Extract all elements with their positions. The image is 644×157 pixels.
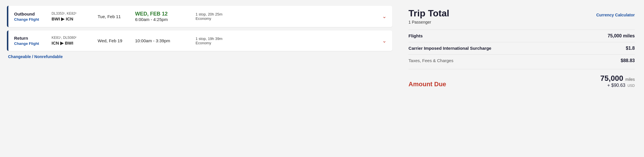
outbound-chevron-icon[interactable]: ⌄: [382, 13, 387, 20]
changeable-note: Changeable / Nonrefundable: [7, 54, 392, 59]
passenger-count: 1 Passenger: [408, 20, 635, 24]
trip-total-header: Trip Total Currency Calculator: [408, 8, 635, 19]
miles-word: miles: [625, 77, 635, 82]
flights-price-row: Flights 75,000 miles: [408, 30, 635, 42]
trip-total-title: Trip Total: [408, 8, 449, 19]
outbound-route: BWI ▶ ICN: [52, 16, 89, 22]
outbound-route-block: DL3353¹, KE82² BWI ▶ ICN: [52, 12, 89, 22]
amount-due-usd-line: + $90.63 USD: [600, 83, 635, 88]
outbound-type: Outbound: [14, 12, 49, 16]
usd-label: USD: [628, 84, 635, 88]
amount-due-row: Amount Due 75,000 miles + $90.63 USD: [408, 69, 635, 88]
return-time-range: 10:00am - 3:39pm: [135, 38, 187, 43]
amount-due-miles-line: 75,000 miles: [600, 74, 635, 83]
return-flight-codes: KE81¹, DL5080²: [52, 36, 89, 40]
outbound-date-highlight: WED, FEB 12: [135, 11, 187, 17]
return-change-flight[interactable]: Change Flight: [14, 41, 49, 46]
taxes-label: Taxes, Fees & Charges: [408, 58, 453, 63]
taxes-price-row: Taxes, Fees & Charges $88.83: [408, 54, 635, 67]
outbound-flight-codes: DL3353¹, KE82²: [52, 12, 89, 16]
flights-label: Flights: [408, 33, 423, 38]
surcharge-label: Carrier Imposed International Surcharge: [408, 46, 491, 51]
return-label: Return Change Flight: [14, 36, 49, 46]
return-time-block: 10:00am - 3:39pm: [135, 38, 187, 43]
return-date: Wed, Feb 19: [98, 38, 126, 43]
outbound-time-block: WED, FEB 12 6:00am - 4:25pm: [135, 11, 187, 22]
left-panel: Outbound Change Flight DL3353¹, KE82² BW…: [0, 0, 399, 157]
currency-calculator-link[interactable]: Currency Calculator: [596, 13, 635, 17]
outbound-date: Tue, Feb 11: [98, 14, 126, 19]
flights-value: 75,000 miles: [608, 33, 635, 39]
amount-due-usd: + $90.63: [607, 83, 625, 88]
right-panel: Trip Total Currency Calculator 1 Passeng…: [399, 0, 644, 157]
return-stop-info: 1 stop, 19h 39m Economy: [196, 37, 233, 45]
surcharge-price-row: Carrier Imposed International Surcharge …: [408, 42, 635, 54]
outbound-label: Outbound Change Flight: [14, 12, 49, 22]
return-flight-card: Return Change Flight KE81¹, DL5080² ICN …: [7, 30, 392, 51]
return-chevron-icon[interactable]: ⌄: [382, 38, 387, 44]
outbound-time-range: 6:00am - 4:25pm: [135, 17, 187, 22]
return-route: ICN ▶ BWI: [52, 41, 89, 46]
return-route-block: KE81¹, DL5080² ICN ▶ BWI: [52, 36, 89, 46]
amount-due-miles: 75,000: [600, 74, 623, 83]
return-type: Return: [14, 36, 49, 41]
outbound-stop-info: 1 stop, 20h 25m Economy: [196, 12, 233, 21]
taxes-value: $88.83: [621, 58, 635, 63]
amount-due-label: Amount Due: [408, 81, 446, 88]
outbound-change-flight[interactable]: Change Flight: [14, 17, 49, 22]
outbound-flight-card: Outbound Change Flight DL3353¹, KE82² BW…: [7, 6, 392, 27]
surcharge-value: $1.8: [626, 46, 635, 51]
amount-due-value: 75,000 miles + $90.63 USD: [600, 74, 635, 88]
